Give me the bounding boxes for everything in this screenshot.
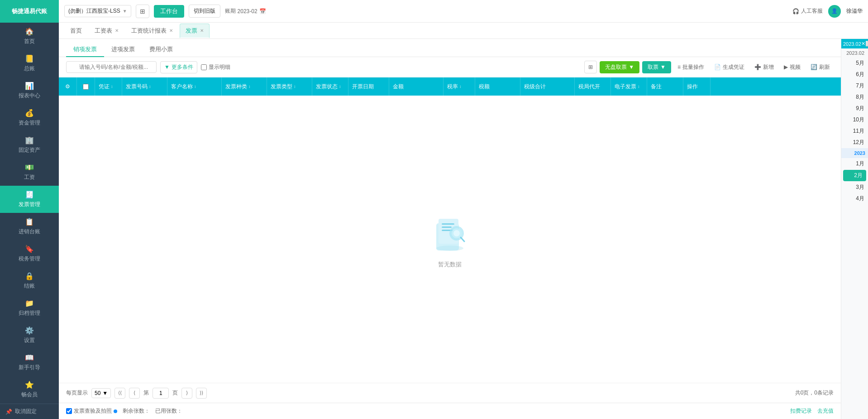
first-page-button[interactable]: ⟨⟨ — [114, 388, 125, 399]
workbench-button[interactable]: 工作台 — [154, 5, 184, 18]
go-purchase-link[interactable]: 去充值 — [817, 407, 834, 415]
expand-date-icon[interactable]: ⬜ — [865, 41, 868, 47]
sidebar-item-close[interactable]: 🔒结账 — [0, 267, 59, 294]
sidebar-item-invoice[interactable]: 🧾发票管理 — [0, 186, 59, 213]
user-name[interactable]: 徐溢华 — [846, 7, 863, 15]
batch-ops-button[interactable]: ≡ 批量操作 — [674, 62, 708, 73]
main-area: (勿删）江西股宝-LSS ▼ ⊞ 工作台 切到旧版 账期 2023-02 📅 🎧… — [59, 0, 868, 419]
date-month-11月[interactable]: 11月 — [841, 125, 868, 137]
date-month-1月[interactable]: 1月 — [841, 158, 868, 169]
empty-text: 暂无数据 — [438, 260, 462, 269]
dropdown-arrow-fetch-icon: ▼ — [660, 64, 666, 70]
th-tax[interactable]: 税额 — [475, 77, 520, 96]
th-invstatus[interactable]: 发票状态 ↕ — [312, 77, 348, 96]
date-month-7月[interactable]: 7月 — [841, 80, 868, 92]
tab-purchase-invoice[interactable]: 进项发票 — [104, 43, 142, 57]
th-invtype[interactable]: 发票种类 ↕ — [222, 77, 267, 96]
switch-old-button[interactable]: 切到旧版 — [189, 5, 220, 18]
tab-payroll-table[interactable]: 工资表✕ — [89, 24, 124, 38]
new-button[interactable]: ➕ 新增 — [751, 62, 777, 73]
add-record-link[interactable]: 扣费记录 — [790, 407, 812, 415]
used-info: 已用张数： — [155, 407, 182, 415]
company-selector[interactable]: (勿删）江西股宝-LSS ▼ — [64, 5, 131, 17]
th-cert[interactable]: 凭证 ↕ — [95, 77, 122, 96]
date-month-10月[interactable]: 10月 — [841, 114, 868, 125]
page-number-input[interactable] — [153, 388, 169, 399]
user-avatar[interactable]: 👤 — [828, 5, 841, 18]
bottom-right: 扣费记录 去充值 — [790, 407, 834, 415]
sidebar-item-reports[interactable]: 📊报表中心 — [0, 77, 59, 104]
show-detail-input[interactable] — [201, 64, 207, 70]
sidebar-item-settings[interactable]: ⚙️设置 — [0, 322, 59, 349]
last-page-button[interactable]: ⟩⟩ — [196, 388, 207, 399]
sidebar-item-member[interactable]: ⭐畅会员 — [0, 376, 59, 403]
sidebar-item-archive[interactable]: 📁归档管理 — [0, 294, 59, 322]
th-invkind[interactable]: 发票类型 ↕ — [267, 77, 312, 96]
no-deduct-button[interactable]: 无盘取票 ▼ — [600, 61, 639, 73]
tab-invoice[interactable]: 发票✕ — [180, 24, 210, 38]
th-amount[interactable]: 金额 — [389, 77, 444, 96]
gen-voucher-button[interactable]: 📄 生成凭证 — [711, 62, 748, 73]
date-month-12月[interactable]: 12月 — [841, 137, 868, 148]
fetch-ticket-button[interactable]: 取票 ▼ — [642, 61, 671, 73]
date-month-5月[interactable]: 5月 — [841, 58, 868, 69]
th-customer[interactable]: 客户名称 ↕ — [167, 77, 222, 96]
sidebar-item-funds[interactable]: 💰资金管理 — [0, 104, 59, 131]
copy-icon-btn[interactable]: ⊞ — [136, 5, 149, 18]
tab-sales-invoice[interactable]: 销项发票 — [66, 43, 104, 57]
sidebar-item-ledger[interactable]: 📒总账 — [0, 50, 59, 77]
sidebar-item-tax[interactable]: 🔖税务管理 — [0, 240, 59, 267]
sidebar-item-guide[interactable]: 📖新手引导 — [0, 349, 59, 376]
next-page-button[interactable]: ⟩ — [181, 388, 192, 399]
th-checkbox[interactable] — [77, 77, 95, 96]
th-taxcode[interactable]: 税局代开 — [575, 77, 611, 96]
plus-icon: ➕ — [754, 64, 761, 70]
video-label: 视频 — [790, 63, 801, 71]
prev-page-button[interactable]: ⟨ — [129, 388, 140, 399]
expense-receipt-label: 费用小票 — [149, 46, 173, 53]
tab-payroll-stats[interactable]: 工资统计报表✕ — [125, 24, 179, 38]
no-deduct-label: 无盘取票 — [605, 63, 627, 71]
th-action-label: 操作 — [687, 83, 698, 91]
close-date-icon[interactable]: ✕ — [861, 41, 865, 47]
tab-expense-receipt[interactable]: 费用小票 — [142, 43, 180, 57]
date-month-2月[interactable]: 2月 — [843, 170, 866, 181]
th-taxrate[interactable]: 税率 ↕ — [444, 77, 475, 96]
tab-close-invoice[interactable]: ✕ — [200, 29, 204, 33]
tab-home[interactable]: 首页 — [64, 24, 88, 38]
sort-invkind-icon: ↕ — [294, 84, 296, 89]
verify-checkbox[interactable] — [66, 408, 72, 414]
video-button[interactable]: ▶ 视频 — [780, 62, 804, 73]
th-date[interactable]: 开票日期 — [348, 77, 389, 96]
service-button[interactable]: 🎧 人工客服 — [792, 7, 823, 15]
refresh-button[interactable]: 🔄 刷新 — [807, 62, 834, 73]
select-all-checkbox[interactable] — [83, 84, 89, 90]
th-invno[interactable]: 发票号码 ↕ — [122, 77, 167, 96]
th-taxsum[interactable]: 税级合计 — [520, 77, 575, 96]
th-action: 操作 — [683, 77, 711, 96]
date-month-3月[interactable]: 3月 — [841, 182, 868, 193]
date-month-4月[interactable]: 4月 — [841, 193, 868, 204]
sidebar-item-sales[interactable]: 📋进销台账 — [0, 213, 59, 240]
tab-close-payroll-table[interactable]: ✕ — [115, 29, 119, 33]
grid-view-button[interactable]: ⊞ — [584, 61, 597, 73]
unpin-button[interactable]: 📌 取消固定 — [0, 404, 59, 419]
sidebar-item-assets[interactable]: 🏢固定资产 — [0, 131, 59, 159]
date-year-2023[interactable]: 2023 — [841, 148, 868, 158]
tab-close-payroll-stats[interactable]: ✕ — [169, 29, 173, 33]
show-detail-checkbox[interactable]: 显示明细 — [201, 63, 230, 71]
date-month-6月[interactable]: 6月 — [841, 69, 868, 80]
date-month-8月[interactable]: 8月 — [841, 92, 868, 103]
th-settings[interactable]: ⚙ — [59, 77, 77, 96]
filter-button[interactable]: ▼ 更多条件 — [160, 61, 197, 73]
page-size-select[interactable]: 50 ▼ — [91, 388, 111, 398]
sidebar-item-payroll[interactable]: 💵工资 — [0, 159, 59, 186]
invoice-verify-check[interactable]: 发票查验及拍照 — [66, 407, 117, 415]
sidebar-item-home[interactable]: 🏠首页 — [0, 23, 59, 50]
th-einvoice[interactable]: 电子发票 ↕ — [611, 77, 647, 96]
search-input[interactable] — [66, 61, 157, 73]
home-icon: 🏠 — [25, 27, 34, 36]
date-month-9月[interactable]: 9月 — [841, 103, 868, 114]
page-label-post: 页 — [172, 389, 178, 397]
th-remark[interactable]: 备注 — [647, 77, 683, 96]
